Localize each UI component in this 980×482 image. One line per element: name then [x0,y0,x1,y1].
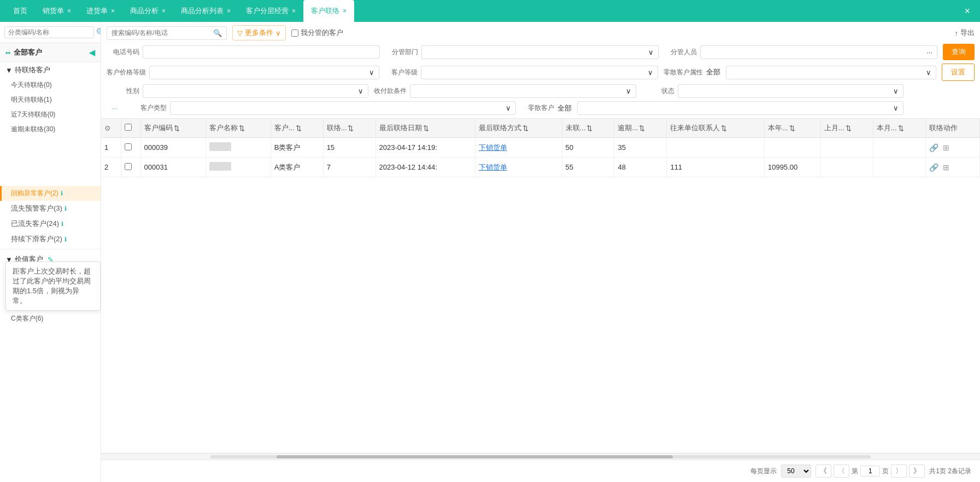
nav-purchase-order[interactable]: 进货单 × [79,0,122,22]
my-customers-checkbox[interactable] [291,30,298,37]
sidebar-search-icon[interactable]: 🔍 [96,28,101,37]
page-input[interactable] [860,466,880,477]
retail-customer-select[interactable]: ∨ [577,101,903,115]
status-select[interactable]: ∨ [678,84,903,98]
nav-customer-segmentation-close[interactable]: × [292,7,296,15]
manager-select[interactable]: ··· [700,45,937,59]
filter-row-2: 客户价格等级 ∨ 客户等级 ∨ 零散客户属性 [107,63,975,81]
row1-lastmonth [820,138,873,158]
row2-lastdate: 2023-04-12 14:44: [375,158,475,177]
info-icon-4: ℹ [64,236,67,243]
col-action-header: 联络动作 [925,119,979,138]
retail-attr-select[interactable]: ∨ [726,66,936,79]
nav-purchase-order-close[interactable]: × [111,7,115,15]
col-lastmonth-header[interactable]: 上月...⇅ [820,119,873,138]
sidebar-item-churn-warning[interactable]: 流失预警客户(3) ℹ [0,201,101,216]
gender-select[interactable]: ∨ [143,84,368,98]
nav-home[interactable]: 首页 [5,0,35,22]
col-lastdate-header[interactable]: 最后联络日期⇅ [375,119,475,138]
nav-sales-order-close[interactable]: × [67,7,71,15]
sidebar-item-repurchase-abnormal[interactable]: 回购异常客户(2) ℹ [0,186,101,201]
main-search-icon[interactable]: 🔍 [213,29,222,37]
row1-name[interactable] [206,138,271,158]
col-thismonth-header[interactable]: 本月...⇅ [873,119,925,138]
filter-gender: 性别 ∨ [107,84,368,98]
export-icon: ↑ [955,29,959,37]
nav-customer-segmentation[interactable]: 客户分层经营 × [238,0,303,22]
col-lastmethod-header[interactable]: 最后联络方式⇅ [475,119,562,138]
sidebar-search-area: 🔍 [0,22,101,43]
sidebar-all-customers[interactable]: ▪▪ 全部客户 ◀ [0,43,101,62]
col-contact-person-header[interactable]: 往来单位联系人⇅ [667,119,765,138]
row2-thisyear: 10995.00 [765,158,821,177]
select-all-checkbox[interactable] [125,124,132,131]
sidebar-group-pending-contact[interactable]: ▼ 待联络客户 [0,62,101,78]
col-settings[interactable]: ⚙ [101,119,121,138]
sidebar-item-today[interactable]: 今天待联络(0) [0,78,101,92]
main-search-input[interactable] [112,29,211,37]
more-conditions-button[interactable]: ▽ 更多条件 ∨ [232,25,286,40]
grade-select[interactable]: ∨ [421,66,658,79]
row1-checkbox[interactable] [125,143,132,150]
row2-grid-action-icon[interactable]: ⊞ [943,163,949,172]
sidebar-item-tomorrow[interactable]: 明天待联络(1) [0,92,101,107]
nav-product-analysis-list[interactable]: 商品分析列表 × [173,0,238,22]
sidebar-item-declining[interactable]: 持续下滑客户(2) ℹ [0,231,101,247]
pay-condition-select[interactable]: ∨ [410,84,636,98]
price-grade-select[interactable]: ∨ [149,66,379,79]
prev-page-button[interactable]: 〈 [834,464,849,478]
row1-grid-action-icon[interactable]: ⊞ [943,143,949,152]
col-thisyear-header[interactable]: 本年...⇅ [765,119,821,138]
col-uncontact-header[interactable]: 未联...⇅ [562,119,614,138]
row1-checkbox-cell[interactable] [121,138,140,158]
col-name-header[interactable]: 客户名称⇅ [206,119,271,138]
settings-icon[interactable]: ⚙ [104,124,111,132]
sort-icon-5: ⇅ [423,124,429,132]
scrollbar-track[interactable] [210,455,871,458]
nav-customer-contact[interactable]: 客户联络 × [303,0,354,22]
export-button[interactable]: ↑ 导出 [955,28,975,38]
sidebar-item-c-class[interactable]: C类客户(6) [0,311,101,326]
phone-input[interactable] [143,45,380,59]
row2-lastmethod[interactable]: 下销货单 [475,158,562,177]
col-checkbox[interactable] [121,119,140,138]
sidebar-item-7days[interactable]: 近7天待联络(0) [0,107,101,122]
nav-customer-contact-close[interactable]: × [343,7,347,15]
sidebar-search-input[interactable] [4,26,94,38]
row2-name[interactable] [206,158,271,177]
sidebar-collapse-icon[interactable]: ◀ [89,48,95,57]
col-contact-header[interactable]: 联络...⇅ [323,119,375,138]
query-button[interactable]: 查询 [943,44,975,60]
window-close-button[interactable]: × [960,5,975,17]
dept-select[interactable]: ∨ [421,45,659,59]
col-grade-header[interactable]: 客户...⇅ [271,119,323,138]
arrow-icon: ▼ [5,66,13,74]
sidebar-item-churned[interactable]: 已流失客户(24) ℹ [0,216,101,231]
my-customers-checkbox-label[interactable]: 我分管的客户 [291,28,343,38]
nav-product-analysis[interactable]: 商品分析 × [122,0,173,22]
row2-thismonth [873,158,925,177]
nav-sales-order[interactable]: 销货单 × [35,0,79,22]
nav-product-analysis-close[interactable]: × [162,7,166,15]
nav-product-analysis-list-close[interactable]: × [227,7,231,15]
chevron-down-icon-retail-c: ∨ [893,104,899,112]
sidebar-item-overdue-uncontact[interactable]: 逾期未联络(30) [0,122,101,137]
row2-link-action-icon[interactable]: 🔗 [929,163,938,172]
customer-type-select[interactable]: ∨ [170,101,516,115]
reset-button[interactable]: 设置 [942,63,975,81]
row1-lastmethod[interactable]: 下销货单 [475,138,562,158]
scrollbar-thumb[interactable] [277,455,673,458]
chevron-down-icon-grade: ∨ [648,68,653,77]
row2-checkbox-cell[interactable] [121,158,140,177]
row2-checkbox[interactable] [125,163,132,170]
dots-expand[interactable]: ··· [107,104,118,112]
last-page-button[interactable]: 》 [909,464,925,478]
chevron-down-icon-price: ∨ [369,68,374,77]
col-code-header[interactable]: 客户编码⇅ [140,119,206,138]
first-page-button[interactable]: 《 [815,464,831,478]
next-page-button[interactable]: 〉 [891,464,907,478]
row1-link-action-icon[interactable]: 🔗 [929,143,938,152]
per-page-select[interactable]: 50 100 200 [781,464,811,478]
col-overdue-header[interactable]: 逾期...⇅ [614,119,667,138]
horizontal-scrollbar[interactable] [101,453,980,460]
